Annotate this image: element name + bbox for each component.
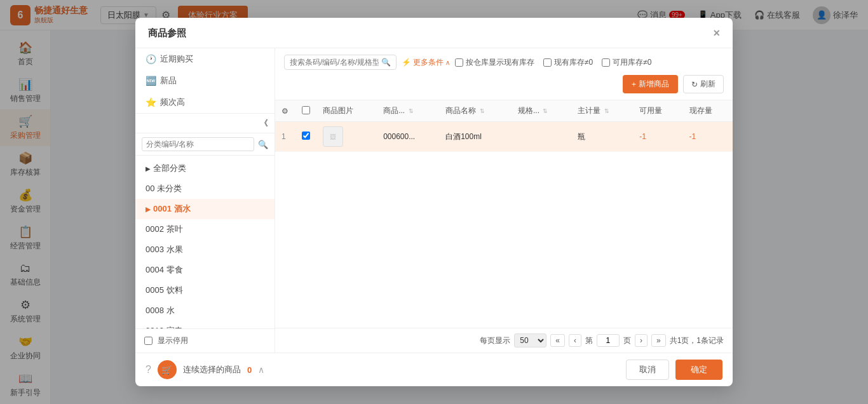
page-size-label: 每页显示: [480, 335, 510, 346]
col-name-header[interactable]: 商品名称 ⇅: [439, 100, 512, 122]
footer-collapse-icon[interactable]: ∧: [258, 365, 264, 375]
cat-item-label: 0001 酒水: [153, 203, 191, 215]
category-list: ▶ 全部分类 00 未分类 ▶ 0001 酒水 0002 茶叶 0003 水果: [135, 156, 275, 328]
col-img-header: 商品图片: [316, 100, 377, 122]
cart-button[interactable]: 🛒: [158, 360, 177, 379]
cancel-button[interactable]: 取消: [626, 360, 669, 380]
toolbar-actions: + 新增商品 ↻ 刷新: [623, 75, 724, 93]
check-available-text: 现有库存≠0: [554, 57, 593, 68]
check-usable-text: 可用库存≠0: [613, 57, 651, 68]
filter-label: 更多条件: [413, 57, 444, 68]
show-disabled-label: 显示停用: [158, 335, 188, 346]
refresh-button[interactable]: ↻ 刷新: [683, 75, 724, 93]
col-checkbox[interactable]: [295, 100, 316, 122]
cart-icon: 🛒: [161, 365, 172, 375]
help-icon[interactable]: ?: [146, 364, 151, 375]
table-row[interactable]: 1 🖼 000600... 白酒100ml 瓶 -1 -1: [275, 122, 733, 152]
cat-item-uncategorized[interactable]: 00 未分类: [135, 178, 275, 199]
cat-item-fruit[interactable]: 0003 水果: [135, 239, 275, 260]
filter-icon: ⚡: [402, 58, 411, 67]
cat-item-tea[interactable]: 0002 茶叶: [135, 219, 275, 239]
product-search-box: 🔍: [284, 55, 397, 70]
modal-title: 商品参照: [148, 27, 186, 39]
cat-item-appliances[interactable]: 0010 家电: [135, 321, 275, 328]
search-icon[interactable]: 🔍: [381, 58, 391, 67]
row-select-checkbox[interactable]: [302, 131, 310, 140]
sort-arrows: ⇅: [480, 108, 485, 114]
more-filters-btn[interactable]: ⚡ 更多条件 ∧: [402, 57, 450, 68]
product-image: 🖼: [323, 126, 343, 147]
arrow-icon: ▶: [146, 206, 151, 213]
modal-header: 商品参照 ×: [135, 18, 733, 48]
recent-tab-label: 近期购买: [160, 53, 193, 65]
check-warehouse-label[interactable]: 按仓库显示现有库存: [455, 57, 534, 68]
check-warehouse-text: 按仓库显示现有库存: [466, 57, 534, 68]
page-label: 第: [585, 335, 593, 346]
new-products-tab[interactable]: 🆕 新品: [135, 70, 275, 91]
col-spec-header[interactable]: 规格... ⇅: [512, 100, 571, 122]
category-panel: 🕐 近期购买 🆕 新品 ⭐ 频次高 《: [135, 48, 275, 353]
row-img: 🖼: [316, 122, 377, 152]
category-search-input[interactable]: [142, 137, 254, 151]
search-icon[interactable]: 🔍: [258, 140, 268, 149]
modal-footer: ? 🛒 连续选择的商品 0 ∧ 取消 确定: [135, 353, 733, 386]
recent-purchases-tab[interactable]: 🕐 近期购买: [135, 48, 275, 70]
close-icon[interactable]: ×: [713, 27, 720, 40]
page-suffix: 页: [623, 335, 631, 346]
check-available-label[interactable]: 现有库存≠0: [543, 57, 593, 68]
selected-count: 0: [247, 365, 252, 375]
table-header-row: ⚙ 商品图片 商品... ⇅ 商品名称 ⇅: [275, 100, 733, 122]
col-settings[interactable]: ⚙: [275, 100, 295, 122]
row-checkbox[interactable]: [295, 122, 316, 152]
cat-item-water[interactable]: 0008 水: [135, 300, 275, 321]
quick-tabs: 🕐 近期购买 🆕 新品 ⭐ 频次高: [135, 48, 275, 114]
cat-item-label: 0004 零食: [146, 264, 183, 276]
modal-body: 🕐 近期购买 🆕 新品 ⭐ 频次高 《: [135, 48, 733, 353]
frequent-tab[interactable]: ⭐ 频次高: [135, 91, 275, 113]
select-all-checkbox[interactable]: [302, 106, 310, 114]
row-stock: -1: [683, 122, 733, 152]
check-warehouse[interactable]: [455, 58, 463, 67]
check-available[interactable]: [543, 58, 552, 67]
cat-item-snack[interactable]: 0004 零食: [135, 260, 275, 280]
cat-item-label: 0003 水果: [146, 244, 183, 255]
prev-page-btn[interactable]: ‹: [569, 334, 581, 347]
row-code: 000600...: [377, 122, 439, 152]
product-search-input[interactable]: [290, 58, 379, 67]
row-name: 白酒100ml: [439, 122, 512, 152]
plus-icon: +: [632, 80, 636, 89]
col-available-header: 可用量: [633, 100, 682, 122]
refresh-label: 刷新: [700, 79, 715, 90]
sort-arrows: ⇅: [604, 108, 609, 114]
star-icon: ⭐: [146, 97, 156, 107]
confirm-button[interactable]: 确定: [675, 360, 722, 380]
check-usable-label[interactable]: 可用库存≠0: [602, 57, 651, 68]
product-table: ⚙ 商品图片 商品... ⇅ 商品名称 ⇅: [275, 100, 733, 152]
cat-item-label: 0005 饮料: [146, 285, 183, 296]
show-disabled-checkbox[interactable]: [144, 337, 153, 345]
cat-item-liquor[interactable]: ▶ 0001 酒水: [135, 199, 275, 219]
add-product-button[interactable]: + 新增商品: [623, 75, 678, 93]
arrow-icon: ▶: [146, 165, 151, 172]
product-reference-modal: 商品参照 × 🕐 近期购买 🆕 新品 ⭐ 频次高: [135, 18, 733, 386]
collapse-panel-btn[interactable]: 《: [135, 114, 275, 133]
show-disabled-area: 显示停用: [135, 328, 275, 353]
page-number-input[interactable]: [597, 334, 620, 347]
check-usable[interactable]: [602, 58, 610, 67]
cat-item-label: 00 未分类: [146, 183, 182, 194]
frequent-tab-label: 频次高: [160, 97, 185, 108]
cat-item-beverage[interactable]: 0005 饮料: [135, 280, 275, 300]
col-code-header[interactable]: 商品... ⇅: [377, 100, 439, 122]
page-size-select[interactable]: 10 20 50 100: [514, 333, 546, 347]
last-page-btn[interactable]: »: [651, 334, 666, 347]
first-page-btn[interactable]: «: [550, 334, 565, 347]
modal-overlay: 商品参照 × 🕐 近期购买 🆕 新品 ⭐ 频次高: [0, 0, 868, 404]
col-unit-header[interactable]: 主计量 ⇅: [571, 100, 633, 122]
col-stock-header: 现存量: [683, 100, 733, 122]
row-index: 1: [275, 122, 295, 152]
next-page-btn[interactable]: ›: [635, 334, 648, 347]
chevron-up-icon: ∧: [445, 59, 450, 66]
cat-item-all[interactable]: ▶ 全部分类: [135, 158, 275, 178]
row-unit: 瓶: [571, 122, 633, 152]
row-spec: [512, 122, 571, 152]
